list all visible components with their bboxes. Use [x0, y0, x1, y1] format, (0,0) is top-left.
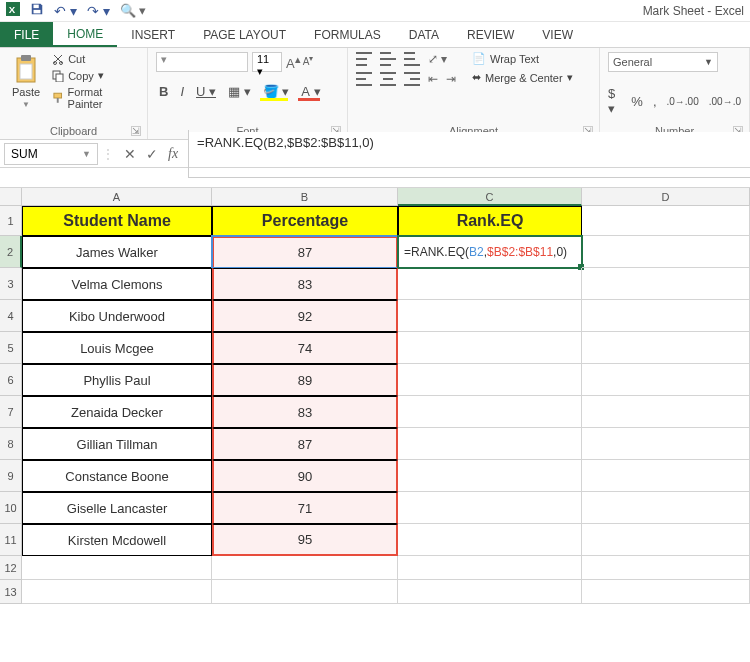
cell[interactable]: 83	[212, 396, 398, 428]
comma-button[interactable]: ,	[653, 94, 657, 109]
align-right-icon[interactable]	[404, 72, 420, 86]
cell[interactable]: 71	[212, 492, 398, 524]
row-header[interactable]: 13	[0, 580, 22, 604]
cell-b1[interactable]: Percentage	[212, 206, 398, 236]
select-all-corner[interactable]	[0, 188, 22, 206]
cell[interactable]	[398, 580, 582, 604]
save-icon[interactable]	[30, 2, 44, 19]
orientation-icon[interactable]: ⤢ ▾	[428, 52, 447, 66]
tab-file[interactable]: FILE	[0, 22, 53, 47]
cell[interactable]	[582, 460, 750, 492]
fx-icon[interactable]: fx	[168, 146, 178, 162]
tab-home[interactable]: HOME	[53, 22, 117, 47]
cell-c1[interactable]: Rank.EQ	[398, 206, 582, 236]
cell[interactable]: 87	[212, 428, 398, 460]
row-header[interactable]: 11	[0, 524, 22, 556]
currency-button[interactable]: $ ▾	[608, 86, 621, 116]
font-family-select[interactable]: ▾	[156, 52, 248, 72]
copy-button[interactable]: Copy ▾	[50, 68, 139, 83]
cell[interactable]: Gillian Tillman	[22, 428, 212, 460]
cell[interactable]: 83	[212, 268, 398, 300]
cell[interactable]: Kibo Underwood	[22, 300, 212, 332]
wrap-text-button[interactable]: 📄Wrap Text	[472, 52, 573, 65]
percent-button[interactable]: %	[631, 94, 643, 109]
row-header[interactable]: 4	[0, 300, 22, 332]
cell[interactable]	[398, 332, 582, 364]
cell[interactable]	[398, 396, 582, 428]
cell[interactable]: 89	[212, 364, 398, 396]
tab-review[interactable]: REVIEW	[453, 22, 528, 47]
cell[interactable]	[582, 300, 750, 332]
cell[interactable]	[398, 268, 582, 300]
cell[interactable]: Constance Boone	[22, 460, 212, 492]
cell-b2[interactable]: 87	[212, 236, 398, 268]
cell[interactable]	[582, 524, 750, 556]
cell[interactable]	[582, 332, 750, 364]
cell[interactable]	[398, 460, 582, 492]
enter-icon[interactable]: ✓	[146, 146, 158, 162]
cell[interactable]	[582, 492, 750, 524]
font-color-button[interactable]: A ▾	[298, 84, 323, 99]
cell-c2-active[interactable]: =RANK.EQ(B2,$B$2:$B$11,0)	[398, 236, 582, 268]
increase-indent-icon[interactable]: ⇥	[446, 72, 456, 86]
spreadsheet-grid[interactable]: A B C D 1 2 3 4 5 6 7 8 9 10 11 12 13 St…	[0, 188, 750, 604]
cancel-icon[interactable]: ✕	[124, 146, 136, 162]
cell[interactable]	[398, 364, 582, 396]
paste-button[interactable]: Paste ▼	[8, 52, 44, 111]
cell[interactable]: 90	[212, 460, 398, 492]
italic-button[interactable]: I	[177, 84, 187, 99]
cell[interactable]	[398, 492, 582, 524]
cell[interactable]	[582, 580, 750, 604]
col-header-b[interactable]: B	[212, 188, 398, 206]
col-header-d[interactable]: D	[582, 188, 750, 206]
cell[interactable]: Kirsten Mcdowell	[22, 524, 212, 556]
cell[interactable]	[582, 236, 750, 268]
preview-icon[interactable]: 🔍 ▾	[120, 3, 147, 18]
cell[interactable]: Velma Clemons	[22, 268, 212, 300]
border-button[interactable]: ▦ ▾	[225, 84, 254, 99]
tab-view[interactable]: VIEW	[528, 22, 587, 47]
cell[interactable]	[398, 300, 582, 332]
col-header-c[interactable]: C	[398, 188, 582, 206]
number-format-select[interactable]: General▼	[608, 52, 718, 72]
row-header[interactable]: 2	[0, 236, 22, 268]
row-header[interactable]: 1	[0, 206, 22, 236]
decrease-decimal-button[interactable]: .00→.0	[709, 96, 741, 107]
underline-button[interactable]: U ▾	[193, 84, 219, 99]
row-header[interactable]: 12	[0, 556, 22, 580]
cell[interactable]	[398, 556, 582, 580]
redo-icon[interactable]: ↷ ▾	[87, 3, 110, 19]
cell[interactable]	[212, 580, 398, 604]
decrease-indent-icon[interactable]: ⇤	[428, 72, 438, 86]
row-header[interactable]: 9	[0, 460, 22, 492]
tab-insert[interactable]: INSERT	[117, 22, 189, 47]
formula-input[interactable]	[189, 132, 750, 154]
cell[interactable]: 92	[212, 300, 398, 332]
decrease-font-icon[interactable]: A▾	[303, 53, 314, 71]
row-header[interactable]: 3	[0, 268, 22, 300]
tab-formulas[interactable]: FORMULAS	[300, 22, 395, 47]
row-header[interactable]: 6	[0, 364, 22, 396]
cell[interactable]	[398, 524, 582, 556]
cell-a2[interactable]: James Walker	[22, 236, 212, 268]
align-top-icon[interactable]	[356, 52, 372, 66]
clipboard-dialog-launcher[interactable]: ⇲	[131, 126, 141, 136]
cell[interactable]	[582, 396, 750, 428]
cell[interactable]	[212, 556, 398, 580]
row-header[interactable]: 10	[0, 492, 22, 524]
cell[interactable]	[398, 428, 582, 460]
cell-d1[interactable]	[582, 206, 750, 236]
cell[interactable]: 74	[212, 332, 398, 364]
merge-center-button[interactable]: ⬌Merge & Center ▾	[472, 71, 573, 84]
increase-font-icon[interactable]: A▴	[286, 53, 301, 71]
cell[interactable]: Zenaida Decker	[22, 396, 212, 428]
cell[interactable]: Giselle Lancaster	[22, 492, 212, 524]
cut-button[interactable]: Cut	[50, 52, 139, 66]
increase-decimal-button[interactable]: .0→.00	[667, 96, 699, 107]
fill-color-button[interactable]: 🪣 ▾	[260, 84, 293, 99]
cell[interactable]: Phyllis Paul	[22, 364, 212, 396]
tab-data[interactable]: DATA	[395, 22, 453, 47]
cell[interactable]	[22, 580, 212, 604]
row-header[interactable]: 5	[0, 332, 22, 364]
bold-button[interactable]: B	[156, 84, 171, 99]
